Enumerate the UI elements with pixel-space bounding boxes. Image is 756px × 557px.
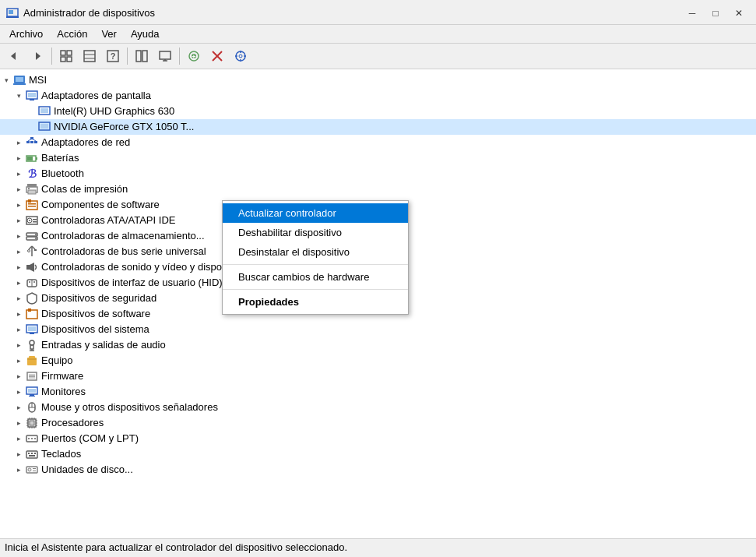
menu-accion[interactable]: Acción: [51, 26, 93, 41]
toolbar-sep-3: [179, 48, 180, 65]
intel-gpu-label: Intel(R) UHD Graphics 630: [54, 104, 174, 119]
context-menu-scan-hardware[interactable]: Buscar cambios de hardware: [223, 267, 408, 287]
svg-rect-127: [33, 471, 36, 471]
expander-system-dev[interactable]: ▸: [12, 322, 25, 337]
toolbar-view2[interactable]: [79, 46, 100, 66]
context-menu-separator-2: [223, 289, 408, 290]
context-menu-uninstall-device[interactable]: Desinstalar el dispositivo: [223, 242, 408, 262]
toolbar-help[interactable]: ?: [102, 46, 124, 66]
expander-sound[interactable]: ▸: [12, 259, 25, 275]
tree-root-msi[interactable]: ▾ MSI: [0, 72, 756, 88]
tree-item-display-adapters[interactable]: ▾ Adaptadores de pantalla: [0, 88, 756, 104]
expander-msi[interactable]: ▾: [0, 72, 12, 88]
tree-item-monitors[interactable]: ▸ Monitores: [0, 384, 756, 400]
expander-sw-dev[interactable]: ▸: [12, 306, 25, 322]
context-menu-properties[interactable]: Propiedades: [223, 292, 408, 312]
nvidia-gpu-label: NVIDIA GeForce GTX 1050 T...: [54, 119, 194, 135]
expander-mouse[interactable]: ▸: [12, 400, 25, 415]
audio-io-label: Entradas y salidas de audio: [41, 337, 166, 353]
expander-usb[interactable]: ▸: [12, 244, 25, 259]
context-menu-separator: [223, 264, 408, 265]
expander-printer[interactable]: ▸: [12, 182, 25, 197]
svg-rect-119: [28, 453, 30, 454]
tree-item-bluetooth[interactable]: ▸ ℬ Bluetooth: [0, 166, 756, 182]
tree-item-firmware[interactable]: ▸ Firmware: [0, 368, 756, 384]
expander-sw-comp[interactable]: ▸: [12, 197, 25, 213]
cpu-icon: [25, 416, 39, 430]
svg-rect-5: [61, 51, 65, 55]
menu-archivo[interactable]: Archivo: [3, 26, 49, 41]
menu-ayuda[interactable]: Ayuda: [125, 26, 166, 41]
tree-item-audio-io[interactable]: ▸ Entradas y salidas de audio: [0, 337, 756, 353]
context-menu-update-driver[interactable]: Actualizar controlador: [223, 203, 408, 223]
svg-rect-53: [28, 188, 30, 189]
svg-marker-3: [11, 52, 16, 60]
ports-icon: [25, 432, 39, 446]
expander-keyboard[interactable]: ▸: [12, 446, 25, 462]
expander-security[interactable]: ▸: [12, 291, 25, 306]
toolbar-view1[interactable]: [55, 46, 77, 66]
expander-storage[interactable]: ▸: [12, 228, 25, 244]
storage-icon: [25, 229, 39, 243]
tree-item-mouse[interactable]: ▸ Mouse y otros dispositivos señaladores: [0, 400, 756, 415]
svg-rect-14: [136, 51, 141, 62]
computer-icon: [12, 73, 26, 87]
svg-rect-122: [29, 455, 35, 457]
tree-item-battery[interactable]: ▸ Baterías: [0, 150, 756, 166]
expander-equipo[interactable]: ▸: [12, 353, 25, 368]
display-adapters-icon: [25, 89, 39, 103]
expander-network[interactable]: ▸: [12, 135, 25, 150]
equipo-icon: [25, 354, 39, 368]
security-icon: [25, 291, 39, 305]
expander-ports[interactable]: ▸: [12, 431, 25, 446]
bluetooth-icon: ℬ: [25, 167, 39, 181]
device-tree[interactable]: ▾ MSI ▾ Adaptadores de pantal: [0, 69, 756, 538]
expander-monitors[interactable]: ▸: [12, 384, 25, 400]
expander-ata[interactable]: ▸: [12, 213, 25, 228]
printer-label: Colas de impresión: [41, 182, 128, 197]
svg-point-60: [29, 220, 30, 221]
tree-item-printer[interactable]: ▸ Colas de impresión: [0, 182, 756, 197]
toolbar-forward[interactable]: [26, 46, 48, 66]
toolbar-scan[interactable]: [230, 46, 251, 66]
svg-rect-32: [13, 83, 26, 85]
minimize-button[interactable]: ─: [681, 5, 703, 21]
toolbar-remove[interactable]: [206, 46, 228, 66]
tree-item-ports[interactable]: ▸ Puertos (COM y LPT): [0, 431, 756, 446]
context-menu-disable-device[interactable]: Deshabilitar dispositivo: [223, 223, 408, 242]
expander-battery[interactable]: ▸: [12, 150, 25, 166]
toolbar-monitor[interactable]: [154, 46, 176, 66]
root-label: MSI: [29, 72, 47, 88]
menu-ver[interactable]: Ver: [95, 26, 123, 41]
status-text: Inicia el Asistente para actualizar el c…: [5, 541, 347, 553]
battery-icon: [25, 151, 39, 165]
cpu-label: Procesadores: [41, 415, 104, 431]
svg-rect-61: [33, 219, 37, 220]
tree-item-disk[interactable]: ▸ Unidades de disco...: [0, 462, 756, 478]
toolbar-back[interactable]: [3, 46, 25, 66]
expander-display[interactable]: ▾: [12, 88, 25, 104]
tree-item-nvidia-gpu[interactable]: ▸ NVIDIA GeForce GTX 1050 T...: [0, 119, 756, 135]
expander-cpu[interactable]: ▸: [12, 415, 25, 431]
svg-rect-2: [6, 16, 19, 18]
usb-icon: [25, 245, 39, 259]
menu-bar: Archivo Acción Ver Ayuda: [0, 25, 756, 44]
expander-disk[interactable]: ▸: [12, 462, 25, 478]
tree-item-system-dev[interactable]: ▸ Dispositivos del sistema: [0, 322, 756, 337]
tree-item-intel-gpu[interactable]: ▸ Intel(R) UHD Graphics 630: [0, 104, 756, 119]
expander-bluetooth[interactable]: ▸: [12, 166, 25, 182]
maximize-button[interactable]: □: [705, 5, 726, 21]
close-button[interactable]: ✕: [728, 5, 750, 21]
tree-item-network[interactable]: ▸ Adaptadores de red: [0, 135, 756, 150]
tree-item-keyboard[interactable]: ▸ Teclados: [0, 446, 756, 462]
tree-item-equipo[interactable]: ▸ Equipo: [0, 353, 756, 368]
svg-rect-9: [84, 51, 95, 62]
toolbar-add-driver[interactable]: +: [183, 46, 205, 66]
expander-audio-io[interactable]: ▸: [12, 337, 25, 353]
toolbar-view3[interactable]: [131, 46, 153, 66]
expander-firmware[interactable]: ▸: [12, 368, 25, 384]
svg-point-77: [33, 281, 35, 283]
window-controls: ─ □ ✕: [681, 5, 750, 21]
tree-item-cpu[interactable]: ▸ Proces: [0, 415, 756, 431]
expander-hid[interactable]: ▸: [12, 275, 25, 291]
